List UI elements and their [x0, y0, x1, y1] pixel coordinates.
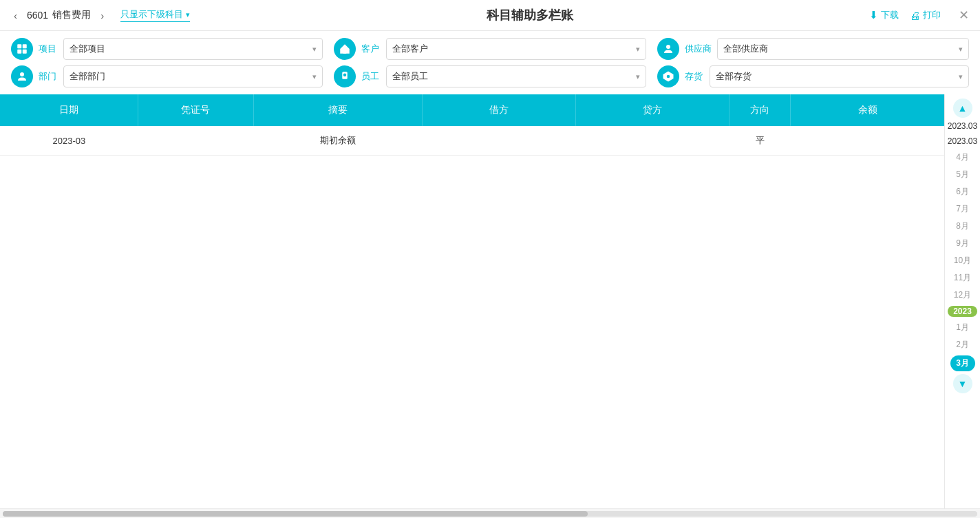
close-btn[interactable]: ✕ — [959, 8, 969, 23]
scroll-thumb — [3, 511, 588, 517]
col-date: 日期 — [0, 94, 138, 126]
col-credit: 贷方 — [576, 94, 729, 126]
customer-arrow: ▾ — [636, 45, 640, 54]
svg-rect-2 — [23, 44, 27, 48]
filter-department: 部门 全部部门 ▾ — [11, 65, 323, 87]
print-label: 打印 — [923, 9, 941, 21]
scroll-track — [3, 511, 977, 517]
employee-select[interactable]: 全部员工 ▾ — [386, 65, 646, 87]
col-voucher: 凭证号 — [138, 94, 253, 126]
download-btn[interactable]: ⬇ 下载 — [869, 9, 899, 21]
timeline-month-9[interactable]: 9月 — [945, 236, 980, 251]
customer-label: 客户 — [361, 43, 381, 55]
timeline-month-12[interactable]: 12月 — [945, 287, 980, 303]
up-icon: ▲ — [958, 103, 968, 114]
data-table: 日期 凭证号 摘要 借方 贷方 方向 余额 2023-03 期初余额 — [0, 94, 944, 156]
filter-inventory: 存货 全部存货 ▾ — [657, 65, 969, 87]
department-label: 部门 — [39, 70, 58, 83]
show-sub-arrow: ▾ — [186, 10, 190, 19]
employee-icon — [334, 65, 356, 87]
project-icon — [11, 38, 33, 60]
project-label: 项目 — [39, 43, 58, 55]
inventory-arrow: ▾ — [959, 72, 963, 81]
timeline-month-4[interactable]: 4月 — [945, 149, 980, 165]
customer-icon — [334, 38, 356, 60]
row-direction: 平 — [729, 126, 791, 156]
col-summary: 摘要 — [253, 94, 422, 126]
employee-value: 全部员工 — [392, 70, 428, 83]
col-debit: 借方 — [422, 94, 575, 126]
timeline-month-6[interactable]: 6月 — [945, 184, 980, 200]
download-icon: ⬇ — [869, 9, 878, 21]
filter-bar: 项目 全部项目 ▾ 客户 全部客户 ▾ 供应商 全部供应商 ▾ — [0, 31, 980, 94]
timeline-month-7[interactable]: 7月 — [945, 201, 980, 217]
toolbar-actions: ⬇ 下载 🖨 打印 ✕ — [869, 8, 969, 23]
print-icon: 🖨 — [910, 10, 920, 21]
timeline-down-btn[interactable]: ▼ — [953, 374, 972, 393]
inventory-value: 全部存货 — [716, 70, 752, 83]
timeline-month-2[interactable]: 2月 — [945, 337, 980, 353]
active-month-container: 3月 — [945, 355, 980, 371]
timeline-month-11[interactable]: 11月 — [945, 270, 980, 286]
employee-arrow: ▾ — [636, 72, 640, 81]
next-account-btn[interactable]: › — [98, 8, 107, 23]
account-code: 6601 — [27, 10, 48, 21]
inventory-label: 存货 — [685, 70, 704, 83]
svg-rect-0 — [17, 44, 21, 48]
show-sub-label: 只显示下级科目 — [120, 8, 183, 21]
filter-customer: 客户 全部客户 ▾ — [334, 38, 646, 60]
customer-select[interactable]: 全部客户 ▾ — [386, 38, 646, 60]
timeline-period-top[interactable]: 2023.03 — [945, 119, 980, 133]
timeline-period-second[interactable]: 2023.03 — [945, 134, 980, 148]
department-value: 全部部门 — [70, 70, 105, 83]
supplier-icon — [657, 38, 679, 60]
row-voucher — [138, 126, 253, 156]
timeline-up-btn[interactable]: ▲ — [953, 99, 972, 118]
svg-rect-4 — [343, 50, 347, 54]
down-icon: ▼ — [958, 378, 968, 389]
top-bar: ‹ 6601 销售费用 › 只显示下级科目 ▾ 科目辅助多栏账 ⬇ 下载 🖨 打… — [0, 0, 980, 31]
inventory-icon — [657, 65, 679, 87]
year-badge-container: 2023 — [945, 304, 980, 318]
svg-rect-3 — [23, 50, 27, 54]
supplier-select[interactable]: 全部供应商 ▾ — [717, 38, 969, 60]
timeline-month-1[interactable]: 1月 — [945, 320, 980, 335]
row-debit — [422, 126, 575, 156]
show-sub-btn[interactable]: 只显示下级科目 ▾ — [120, 8, 190, 22]
account-code-box: 6601 销售费用 — [27, 9, 91, 21]
customer-value: 全部客户 — [392, 43, 428, 55]
supplier-arrow: ▾ — [959, 45, 963, 54]
svg-rect-1 — [17, 50, 21, 54]
svg-point-8 — [343, 74, 347, 77]
page-title: 科目辅助多栏账 — [197, 7, 862, 23]
project-arrow: ▾ — [312, 45, 317, 54]
filter-employee: 员工 全部员工 ▾ — [334, 65, 646, 87]
year-badge: 2023 — [948, 306, 977, 317]
scroll-bar[interactable] — [0, 508, 980, 518]
project-select[interactable]: 全部项目 ▾ — [63, 38, 323, 60]
print-btn[interactable]: 🖨 打印 — [910, 9, 941, 21]
timeline-panel: ▲ 2023.03 2023.03 4月 5月 6月 7月 8月 9月 10月 … — [944, 94, 980, 508]
svg-point-9 — [666, 75, 670, 79]
project-value: 全部项目 — [70, 43, 105, 55]
employee-label: 员工 — [361, 70, 381, 83]
row-date: 2023-03 — [0, 126, 138, 156]
col-balance: 余额 — [791, 94, 944, 126]
prev-account-btn[interactable]: ‹ — [11, 8, 20, 23]
supplier-value: 全部供应商 — [723, 43, 768, 55]
department-arrow: ▾ — [312, 72, 317, 81]
supplier-label: 供应商 — [685, 43, 712, 55]
timeline-month-8[interactable]: 8月 — [945, 218, 980, 234]
row-balance — [791, 126, 944, 156]
filter-project: 项目 全部项目 ▾ — [11, 38, 323, 60]
department-select[interactable]: 全部部门 ▾ — [63, 65, 323, 87]
inventory-select[interactable]: 全部存货 ▾ — [710, 65, 969, 87]
department-icon — [11, 65, 33, 87]
timeline-month-10[interactable]: 10月 — [945, 253, 980, 269]
col-direction: 方向 — [729, 94, 791, 126]
timeline-month-3-active[interactable]: 3月 — [950, 355, 975, 371]
table-row: 2023-03 期初余额 平 — [0, 126, 944, 156]
filter-supplier: 供应商 全部供应商 ▾ — [657, 38, 969, 60]
timeline-month-5[interactable]: 5月 — [945, 167, 980, 183]
download-label: 下载 — [881, 9, 899, 21]
